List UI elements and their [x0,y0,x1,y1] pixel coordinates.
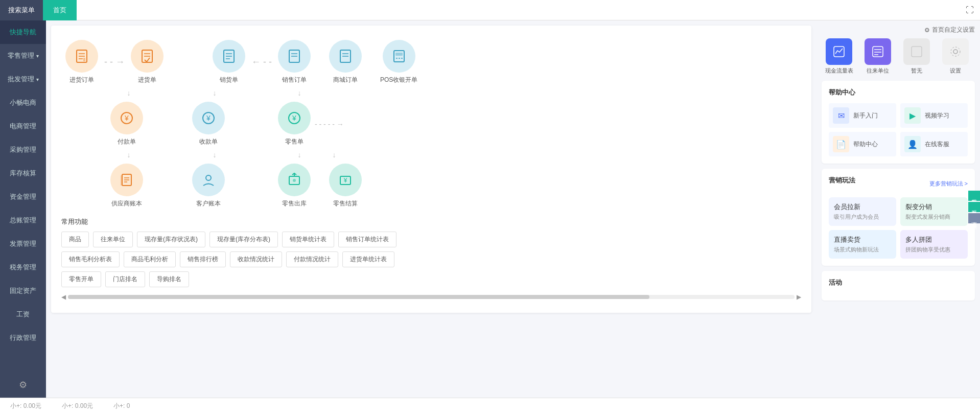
float-btn-desktop[interactable]: 桌面快捷 [968,213,980,223]
sidebar-item-ledger[interactable]: 总账管理 [0,209,46,232]
sidebar-item-admin[interactable]: 行政管理 [0,326,46,350]
flow-col-retail-out: 零售出库 [274,159,315,212]
func-btn-goods-profit[interactable]: 商品毛利分析 [124,251,176,267]
sidebar-item-assets[interactable]: 固定资产 [0,279,46,303]
sales-order-label: 销售订单 [282,76,307,84]
flow-item-retail[interactable]: ¥ 零售单 [274,98,315,150]
arrow-1-2: - - → [102,57,127,67]
retail-label: 零售单 [285,137,304,146]
sidebar-settings-button[interactable]: ⚙ [0,372,46,398]
scroll-left-arrow[interactable]: ◀ [61,293,66,301]
func-btn-sale-stats[interactable]: 销货单统计表 [282,232,334,247]
svg-rect-18 [395,53,403,56]
marketing-item-fission[interactable]: 裂变分销 裂变式发展分销商 [900,197,968,226]
gear-icon-customize: ⚙ [924,27,930,34]
func-btn-goods[interactable]: 商品 [61,232,89,247]
flow-item-payment[interactable]: ¥ 付款单 [106,98,147,150]
quick-icon-settings[interactable]: 设置 [938,38,973,75]
func-btn-retail-order[interactable]: 零售开单 [61,271,101,287]
func-btn-receipt-stats[interactable]: 收款情况统计 [230,251,282,267]
sidebar-item-ecommerce-mgmt[interactable]: 电商管理 [0,114,46,138]
flow-col-receipt: ¥ 收款单 [188,98,229,150]
retail-out-label: 零售出库 [282,199,307,208]
flow-item-purchase-order[interactable]: 进货订单 [61,36,102,88]
sidebar-item-purchase[interactable]: 采购管理 [0,138,46,162]
func-btn-contacts[interactable]: 往来单位 [93,232,133,247]
flow-item-sale[interactable]: 销货单 [208,36,249,88]
float-btn-service[interactable]: 客服热线 [968,191,980,201]
none-label: 暂无 [911,67,922,75]
member-desc: 吸引用户成为会员 [834,213,891,221]
video-label: 视频学习 [925,111,949,120]
search-menu-button[interactable]: 搜索菜单 [0,0,43,20]
sidebar-item-retail[interactable]: 零售管理 ▾ [0,44,46,67]
func-btn-payment-stats[interactable]: 付款情况统计 [286,251,338,267]
fission-title: 裂变分销 [905,202,963,212]
help-item-help[interactable]: 📄 帮助中心 [829,132,896,156]
sidebar-item-invoice[interactable]: 发票管理 [0,232,46,256]
flow-item-customer-account[interactable]: 客户账本 [188,159,229,212]
flow-item-sales-order[interactable]: 销售订单 [274,36,315,88]
flow-item-retail-out[interactable]: 零售出库 [274,159,315,212]
func-btn-order-stats[interactable]: 销售订单统计表 [338,232,396,247]
func-btn-stock-status[interactable]: 现存量(库存状况表) [137,232,205,247]
flow-item-retail-settle[interactable]: ¥ 零售结算 [325,159,366,212]
common-functions-title: 常用功能 [61,217,801,226]
sidebar-item-inventory[interactable]: 库存核算 [0,162,46,185]
svg-rect-32 [121,175,123,186]
flow-item-purchase[interactable]: 进货单 [127,36,168,88]
func-btn-guide-rank[interactable]: 导购排名 [149,271,189,287]
top-bar: 搜索菜单 首页 ⛶ [0,0,980,20]
func-btn-store-rank[interactable]: 门店排名 [105,271,145,287]
sidebar-item-ecommerce-small[interactable]: 小畅电商 [0,91,46,114]
func-btn-sale-profit[interactable]: 销售毛利分析表 [61,251,120,267]
sidebar-item-salary[interactable]: 工资 [0,303,46,326]
flow-item-pos[interactable]: POS收银开单 [376,36,422,88]
func-btn-purchase-stats[interactable]: 进货单统计表 [342,251,394,267]
purchase-icon [131,40,164,73]
mall-order-label: 商城订单 [333,76,358,84]
marketing-item-member[interactable]: 会员拉新 吸引用户成为会员 [829,197,896,226]
marketing-grid: 会员拉新 吸引用户成为会员 裂变分销 裂变式发展分销商 直播卖货 场景式购物新玩… [829,197,968,259]
help-label-text: 帮助中心 [853,140,878,149]
func-buttons-row3: 零售开单 门店排名 导购排名 [61,271,801,287]
help-item-beginner[interactable]: ✉ 新手入门 [829,103,896,128]
float-btn-community[interactable]: 服务社区 [968,202,980,212]
sidebar-item-tax[interactable]: 税务管理 [0,256,46,279]
retail-arrow-icon: ▾ [36,53,39,59]
main-layout: 快捷导航 零售管理 ▾ 批发管理 ▾ 小畅电商 电商管理 采购管理 库存核算 资 [0,20,980,398]
help-item-video[interactable]: ▶ 视频学习 [900,103,968,128]
quick-icon-none[interactable]: 暂无 [899,38,934,75]
svg-text:¥: ¥ [343,177,347,184]
func-btn-stock-dist[interactable]: 现存量(库存分布表) [209,232,278,247]
more-marketing-link[interactable]: 更多营销玩法 > [929,180,968,188]
scroll-thumb [68,295,649,299]
marketing-item-live[interactable]: 直播卖货 场景式购物新玩法 [829,230,896,259]
scroll-track[interactable] [68,295,795,299]
help-item-customer[interactable]: 👤 在线客服 [900,132,968,156]
sidebar-item-quicknav[interactable]: 快捷导航 [0,20,46,44]
contacts-label: 往来单位 [867,67,889,75]
scroll-right-arrow[interactable]: ▶ [797,293,801,301]
beginner-label: 新手入门 [853,111,878,120]
sidebar-item-wholesale[interactable]: 批发管理 ▾ [0,67,46,91]
func-btn-sale-rank[interactable]: 销售排行榜 [180,251,226,267]
arrow-4-3: ← - - [249,57,274,67]
svg-point-36 [293,179,296,182]
customize-setting-link[interactable]: ⚙ 首页自定义设置 [822,26,975,34]
flow-item-supplier-account[interactable]: 供应商账本 [106,159,147,212]
quick-icon-cashflow[interactable]: 现金流量表 [822,38,856,75]
supplier-account-label: 供应商账本 [111,199,142,208]
svg-text:¥: ¥ [124,114,129,122]
help-icon: 📄 [833,136,849,152]
svg-rect-40 [873,47,883,57]
fullscreen-button[interactable]: ⛶ [964,4,976,16]
flow-item-receipt[interactable]: ¥ 收款单 [188,98,229,150]
settings-label: 设置 [950,67,961,75]
home-tab[interactable]: 首页 [43,0,77,20]
flow-row-2: ¥ 付款单 ¥ [61,98,801,150]
sidebar-item-finance[interactable]: 资金管理 [0,185,46,209]
quick-icon-contacts[interactable]: 往来单位 [860,38,895,75]
flow-item-mall-order[interactable]: 商城订单 [325,36,366,88]
marketing-item-groupbuy[interactable]: 多人拼团 拼团购物享受优惠 [900,230,968,259]
